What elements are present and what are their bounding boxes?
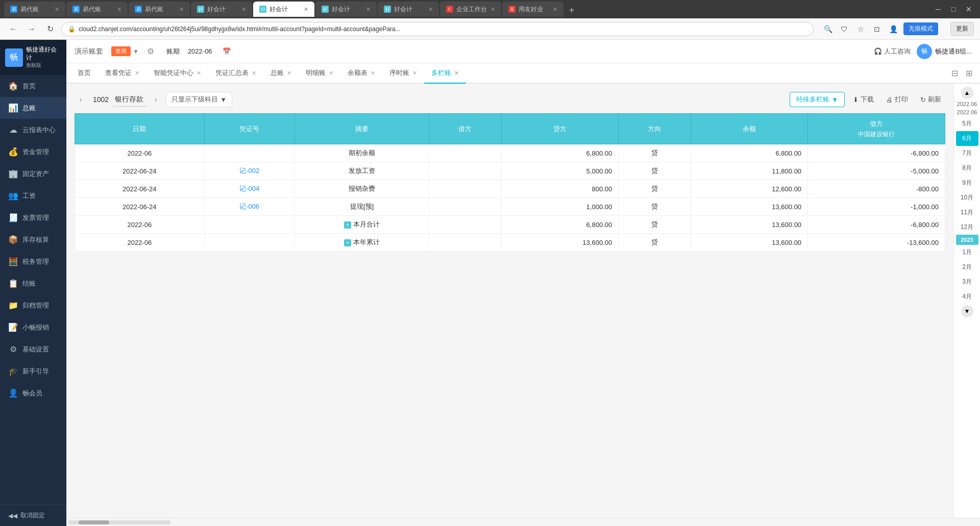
sidebar-item-assets[interactable]: 🏢 固定资产	[0, 163, 66, 185]
cal-month-sep[interactable]: 9月	[956, 176, 978, 190]
wuhen-button[interactable]: 无痕模式	[903, 22, 938, 35]
back-button[interactable]: ←	[6, 22, 20, 36]
cal-month-feb[interactable]: 2月	[956, 260, 978, 274]
tab-close-smart-voucher[interactable]: ✕	[197, 70, 201, 77]
browser-tab-9[interactable]: 友 用友好业 ✕	[502, 2, 564, 17]
tab-close-voucher-view[interactable]: ✕	[135, 70, 139, 77]
cal-month-apr[interactable]: 4月	[956, 289, 978, 304]
voucher-link[interactable]: 记-004	[239, 185, 259, 192]
sidebar-item-funds[interactable]: 💰 资金管理	[0, 141, 66, 163]
sidebar-item-expense[interactable]: 📝 小畅报销	[0, 316, 66, 338]
profile-icon[interactable]: 👤	[887, 23, 899, 35]
cal-month-may[interactable]: 5月	[956, 116, 978, 131]
refresh-button[interactable]: ↻ 刷新	[916, 92, 945, 107]
voucher-link[interactable]: 记-006	[239, 203, 259, 210]
tab-close-4[interactable]: ✕	[241, 6, 246, 13]
sidebar-item-reports[interactable]: ☁ 云报表中心	[0, 119, 66, 141]
collapse-panel-button[interactable]: ⊟	[947, 66, 962, 80]
tab-close-balance[interactable]: ✕	[371, 70, 375, 77]
sidebar-item-ledger[interactable]: 📊 总账	[0, 97, 66, 119]
browser-tab-4[interactable]: 好 好会计 ✕	[191, 2, 252, 17]
horizontal-scrollbar[interactable]	[66, 518, 980, 526]
reload-button[interactable]: ↻	[43, 22, 57, 36]
sidebar-item-close[interactable]: 📋 结账	[0, 272, 66, 294]
sidebar-item-home[interactable]: 🏠 首页	[0, 75, 66, 97]
screen-icon[interactable]: ⊡	[871, 23, 883, 35]
calendar-down-button[interactable]: ▼	[961, 305, 973, 317]
tab-close-5[interactable]: ✕	[304, 6, 308, 13]
calendar-icon[interactable]: 📅	[223, 47, 231, 55]
cal-month-jan[interactable]: 1月	[956, 245, 978, 260]
unpin-button[interactable]: ◀◀ 取消固定	[0, 505, 66, 526]
special-multi-button[interactable]: 特殊多栏账 ▼	[790, 92, 845, 107]
update-button[interactable]: 更新	[950, 22, 974, 36]
star-icon[interactable]: ☆	[854, 23, 867, 35]
cal-month-nov[interactable]: 11月	[956, 205, 978, 220]
user-info[interactable]: 畅 畅捷通B组...	[917, 44, 972, 59]
sidebar-item-member[interactable]: 👤 畅会员	[0, 382, 66, 404]
consult-button[interactable]: 🎧 人工咨询	[874, 47, 911, 56]
tab-close-6[interactable]: ✕	[366, 6, 371, 13]
forward-button[interactable]: →	[24, 22, 39, 36]
tab-close-1[interactable]: ✕	[55, 6, 59, 13]
sidebar-item-tax[interactable]: 🧮 税务管理	[0, 251, 66, 272]
cal-month-oct[interactable]: 10月	[956, 190, 978, 205]
tab-multi-column[interactable]: 多栏账 ✕	[424, 63, 466, 84]
tab-smart-voucher[interactable]: 智能凭证中心 ✕	[146, 63, 208, 84]
scrollbar-track[interactable]	[68, 520, 170, 524]
tab-close-3[interactable]: ✕	[179, 6, 184, 13]
shield-icon[interactable]: 🛡	[838, 23, 850, 35]
tab-balance[interactable]: 余额表 ✕	[340, 63, 382, 84]
tab-close-8[interactable]: ✕	[491, 6, 495, 13]
search-icon[interactable]: 🔍	[822, 23, 834, 35]
tab-voucher-view[interactable]: 查看凭证 ✕	[98, 63, 146, 84]
sub-account-filter[interactable]: 只显示下级科目 ▼	[166, 92, 232, 107]
voucher-link[interactable]: 记-002	[239, 167, 259, 174]
tab-close-sequence-ledger[interactable]: ✕	[412, 70, 417, 77]
sidebar-item-invoice[interactable]: 🧾 发票管理	[0, 207, 66, 229]
browser-tab-2[interactable]: 易 易代账 ✕	[66, 2, 128, 17]
minimize-button[interactable]: ─	[931, 2, 945, 16]
tab-close-detail-ledger[interactable]: ✕	[329, 70, 333, 77]
next-account-button[interactable]: ›	[150, 93, 162, 106]
close-button[interactable]: ✕	[962, 2, 976, 16]
cal-month-dec[interactable]: 12月	[956, 220, 978, 235]
tab-home[interactable]: 首页	[70, 63, 98, 84]
cal-month-jun[interactable]: 6月	[956, 131, 978, 146]
tab-voucher-summary[interactable]: 凭证汇总表 ✕	[208, 63, 263, 84]
chevron-down-icon[interactable]: ▼	[133, 48, 139, 55]
maximize-button[interactable]: □	[946, 2, 961, 16]
expand-panel-button[interactable]: ⊞	[962, 66, 976, 80]
sidebar-item-archive[interactable]: 📁 归档管理	[0, 294, 66, 316]
browser-tab-3[interactable]: 易 易代账 ✕	[129, 2, 190, 17]
tab-close-multi-column[interactable]: ✕	[454, 70, 459, 77]
cal-month-mar[interactable]: 3月	[956, 274, 978, 289]
tab-sequence-ledger[interactable]: 序时账 ✕	[382, 63, 424, 84]
sidebar-item-settings[interactable]: ⚙ 基础设置	[0, 338, 66, 360]
tab-close-9[interactable]: ✕	[553, 6, 557, 13]
tab-close-7[interactable]: ✕	[428, 6, 433, 13]
tab-close-voucher-summary[interactable]: ✕	[252, 70, 256, 77]
print-button[interactable]: 🖨 打印	[882, 92, 912, 107]
prev-account-button[interactable]: ‹	[75, 93, 87, 106]
address-bar[interactable]: 🔒 cloud2.chanjet.com/accounting/uh26t264…	[61, 22, 814, 36]
browser-tab-1[interactable]: 易 易代账 ✕	[4, 2, 65, 17]
scrollbar-thumb[interactable]	[79, 520, 109, 524]
calendar-up-button[interactable]: ▲	[961, 87, 973, 99]
new-tab-button[interactable]: ＋	[565, 3, 579, 17]
sidebar-item-salary[interactable]: 👥 工资	[0, 185, 66, 207]
settings-gear-icon[interactable]: ⚙	[147, 46, 154, 56]
browser-tab-8[interactable]: C 企业工作台 ✕	[440, 2, 501, 17]
browser-tab-6[interactable]: 好 好会计 ✕	[315, 2, 377, 17]
tab-detail-ledger[interactable]: 明细账 ✕	[299, 63, 340, 84]
cal-month-jul[interactable]: 7月	[956, 146, 978, 161]
tab-general-ledger[interactable]: 总账 ✕	[263, 63, 299, 84]
browser-tab-5[interactable]: 好 好会计 ✕	[253, 2, 314, 17]
sidebar-item-guide[interactable]: 🎓 新手引导	[0, 360, 66, 382]
tab-close-2[interactable]: ✕	[117, 6, 121, 13]
tab-close-general-ledger[interactable]: ✕	[287, 70, 291, 77]
download-button[interactable]: ⬇ 下载	[849, 92, 878, 107]
cal-month-aug[interactable]: 8月	[956, 161, 978, 176]
sidebar-item-inventory[interactable]: 📦 库存核算	[0, 229, 66, 251]
browser-tab-7[interactable]: 好 好会计 ✕	[378, 2, 439, 17]
